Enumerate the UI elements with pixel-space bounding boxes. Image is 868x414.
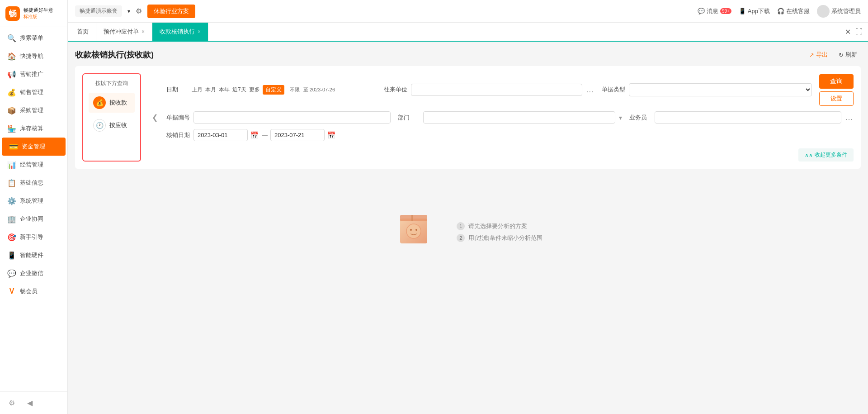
hint-text-2: 用[过滤]条件来缩小分析范围 xyxy=(468,234,542,242)
query-option-by-receipt[interactable]: 💰 按收款 xyxy=(89,93,135,113)
content-area: 收款核销执行(按收款) ↗ 导出 ↻ 刷新 按以下方查询 💰 按收款 xyxy=(68,42,868,414)
cancel-date-start-input[interactable] xyxy=(193,129,248,141)
page-actions: ↗ 导出 ↻ 刷新 xyxy=(806,49,861,61)
sidebar-item-marketing[interactable]: 📢 营销推广 xyxy=(0,65,67,83)
sidebar-item-purchase[interactable]: 📦 采购管理 xyxy=(0,101,67,119)
sidebar-item-search[interactable]: 🔍 搜索菜单 xyxy=(0,29,67,47)
company-dropdown-icon[interactable]: ▾ xyxy=(127,8,130,14)
notification-btn[interactable]: 💬 消息 99+ xyxy=(698,7,731,15)
sidebar-item-hardware[interactable]: 📱 智能硬件 xyxy=(0,246,67,264)
more-filter-button[interactable]: ∧∧ 收起更多条件 xyxy=(798,148,854,162)
avatar xyxy=(817,5,830,18)
online-service-label: 在线客服 xyxy=(786,7,810,15)
operation-icon: 📊 xyxy=(7,160,16,169)
staff-input[interactable] xyxy=(655,111,841,124)
sidebar-collapse-btn[interactable]: ◀ xyxy=(24,397,36,409)
company-name: 畅捷通演示账套 xyxy=(80,7,118,15)
date-more[interactable]: 更多 xyxy=(249,86,260,94)
refresh-button[interactable]: ↻ 刷新 xyxy=(835,49,861,61)
dept-label: 部门 xyxy=(398,114,420,122)
sidebar-item-system[interactable]: ⚙️ 系统管理 xyxy=(0,192,67,210)
query-button[interactable]: 查询 xyxy=(819,74,854,89)
sidebar-item-inventory[interactable]: 🏪 库存核算 xyxy=(0,119,67,138)
counterparty-input[interactable] xyxy=(411,84,582,96)
tab-receivable-cancel[interactable]: 收款核销执行 × xyxy=(152,23,208,41)
notification-icon: 💬 xyxy=(698,8,705,14)
sidebar-label-quick-nav: 快捷导航 xyxy=(20,52,43,60)
svg-point-3 xyxy=(406,224,421,238)
sidebar-label-guide: 新手引导 xyxy=(20,233,43,241)
cancel-date-start-calendar-icon[interactable]: 📅 xyxy=(250,131,259,139)
page-header: 收款核销执行(按收款) ↗ 导出 ↻ 刷新 xyxy=(75,49,861,61)
more-filter-label: 收起更多条件 xyxy=(815,151,847,159)
sidebar-item-quick-nav[interactable]: 🏠 快捷导航 xyxy=(0,47,67,65)
inventory-icon: 🏪 xyxy=(7,124,16,133)
maximize-window-icon[interactable]: ⛶ xyxy=(855,28,863,36)
export-icon: ↗ xyxy=(809,52,814,58)
service-icon: 🎧 xyxy=(777,8,784,14)
cancel-date-end-input[interactable] xyxy=(270,129,325,141)
filter-row-1: 日期 上月 本月 本年 近7天 更多 自定义 不限 xyxy=(166,73,854,106)
user-menu[interactable]: 系统管理员 xyxy=(817,5,861,18)
dept-dropdown-icon[interactable]: ▾ xyxy=(619,114,622,121)
sidebar-item-wechat[interactable]: 💬 企业微信 xyxy=(0,264,67,282)
tab-prepayment[interactable]: 预付冲应付单 × xyxy=(96,23,152,41)
date-custom[interactable]: 自定义 xyxy=(263,85,284,95)
app-download-btn[interactable]: 📱 App下载 xyxy=(739,7,770,15)
query-option-receivable-label: 按应收 xyxy=(109,121,127,129)
date-last-month[interactable]: 上月 xyxy=(192,86,203,94)
export-button[interactable]: ↗ 导出 xyxy=(806,49,831,61)
empty-illustration xyxy=(393,205,439,250)
query-selector-title: 按以下方查询 xyxy=(89,80,135,87)
sidebar-item-enterprise[interactable]: 🏢 企业协同 xyxy=(0,210,67,228)
notification-badge: 99+ xyxy=(720,8,731,14)
doc-type-label: 单据类型 xyxy=(602,86,625,94)
tab-prepayment-label: 预付冲应付单 xyxy=(104,28,139,36)
sidebar-label-member: 畅会员 xyxy=(20,287,38,295)
counterparty-dots-icon[interactable]: … xyxy=(586,85,594,95)
date-this-month[interactable]: 本月 xyxy=(205,86,216,94)
cancel-date-range: 📅 — 📅 xyxy=(193,129,336,141)
tab-receivable-close-icon[interactable]: × xyxy=(198,29,201,35)
empty-state: 1 请先选择要分析的方案 2 用[过滤]条件来缩小分析范围 xyxy=(75,178,861,286)
date-this-year[interactable]: 本年 xyxy=(219,86,230,94)
more-filter-row: ∧∧ 收起更多条件 xyxy=(166,147,854,162)
collapse-filter-btn[interactable]: ❮ xyxy=(150,73,159,162)
company-selector[interactable]: 畅捷通演示账套 xyxy=(75,5,122,17)
online-service-btn[interactable]: 🎧 在线客服 xyxy=(777,7,810,15)
sidebar-item-operation[interactable]: 📊 经营管理 xyxy=(0,156,67,174)
sidebar-item-guide[interactable]: 🎯 新手引导 xyxy=(0,228,67,246)
dept-input[interactable] xyxy=(423,111,615,124)
date-last-7-days[interactable]: 近7天 xyxy=(232,86,246,94)
cancel-date-end-calendar-icon[interactable]: 📅 xyxy=(327,131,336,139)
svg-rect-2 xyxy=(411,215,413,221)
sidebar-item-finance[interactable]: 💳 资金管理 xyxy=(2,138,66,156)
empty-hint-1: 1 请先选择要分析的方案 xyxy=(457,222,527,230)
filter-row-2: 单据编号 部门 ▾ 业务员 … xyxy=(166,111,854,124)
username: 系统管理员 xyxy=(831,7,861,15)
doc-no-input[interactable] xyxy=(193,111,391,124)
tab-prepayment-close-icon[interactable]: × xyxy=(142,29,145,35)
industry-solution-button[interactable]: 休验行业方案 xyxy=(147,5,195,18)
sidebar-menu: 🔍 搜索菜单 🏠 快捷导航 📢 营销推广 💰 销售管理 📦 采购管理 🏪 库存核… xyxy=(0,27,67,391)
date-group: 日期 上月 本月 本年 近7天 更多 自定义 不限 xyxy=(166,85,377,95)
staff-group: 业务员 … xyxy=(629,111,854,124)
doc-type-select[interactable] xyxy=(629,83,812,96)
purchase-icon: 📦 xyxy=(7,106,16,115)
sidebar-item-basic[interactable]: 📋 基础信息 xyxy=(0,174,67,192)
settings-button[interactable]: 设置 xyxy=(819,91,854,106)
tab-home[interactable]: 首页 xyxy=(68,23,96,41)
tab-home-label: 首页 xyxy=(77,28,89,36)
doc-type-group: 单据类型 xyxy=(602,83,812,96)
sidebar-label-search: 搜索菜单 xyxy=(20,34,43,42)
staff-dots-icon[interactable]: … xyxy=(845,113,854,122)
sidebar-item-member[interactable]: V 畅会员 xyxy=(0,282,67,300)
query-option-by-receivable[interactable]: 🕐 按应收 xyxy=(89,115,135,135)
sidebar-settings-btn[interactable]: ⚙ xyxy=(5,397,18,409)
close-window-icon[interactable]: ✕ xyxy=(845,28,851,36)
hint-text-1: 请先选择要分析的方案 xyxy=(468,222,527,230)
sidebar-item-sales[interactable]: 💰 销售管理 xyxy=(0,83,67,101)
counterparty-group: 往来单位 … xyxy=(384,84,594,96)
refresh-icon: ↻ xyxy=(839,52,844,58)
settings-gear-icon[interactable]: ⚙ xyxy=(136,7,142,15)
